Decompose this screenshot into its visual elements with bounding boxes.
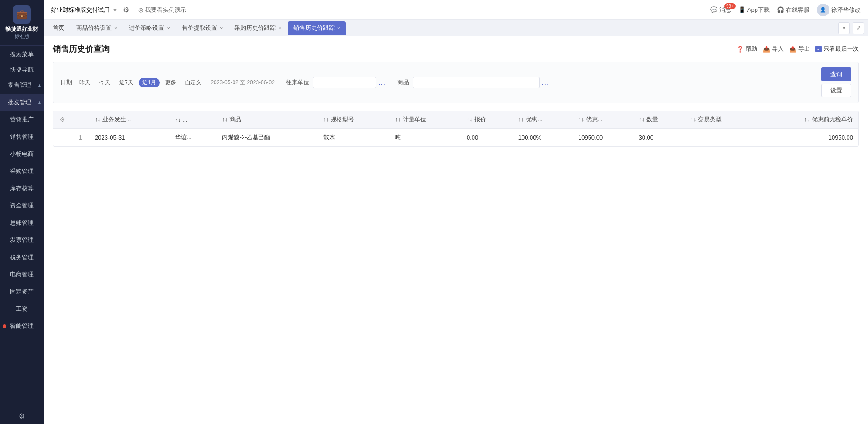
sidebar-item-fixed-assets[interactable]: 固定资产 — [0, 283, 44, 300]
row-product-cell: 丙烯酸-2-乙基己酯 — [216, 129, 317, 146]
import-link[interactable]: 📥 导入 — [763, 45, 784, 53]
tab-home[interactable]: 首页 — [47, 21, 70, 35]
col-trade-type[interactable]: ↑↓ 交易类型 — [685, 111, 756, 129]
topbar-settings-icon[interactable]: ⚙ — [123, 5, 129, 14]
tab-purchase-history[interactable]: 采购历史价跟踪 × — [229, 21, 287, 35]
sidebar-item-purchase[interactable]: 采购管理 — [0, 163, 44, 180]
tab-price-setting-close[interactable]: × — [114, 25, 117, 31]
import-icon: 📥 — [763, 46, 770, 53]
row-discount1-cell: 100.00% — [513, 129, 573, 146]
demo-icon: ◎ — [138, 6, 143, 13]
table-header-row: ⚙ ↑↓ 业务发生... ↑↓ ... — [53, 111, 858, 129]
tab-sale-price[interactable]: 售价提取设置 × — [176, 21, 228, 35]
row-biz-date-cell: 2023-05-31 — [89, 129, 170, 146]
sidebar-item-invoice[interactable]: 发票管理 — [0, 231, 44, 249]
col-extra[interactable]: ↑↓ ... — [170, 111, 217, 129]
tab-purchase-strategy[interactable]: 进价策略设置 × — [123, 21, 175, 35]
column-settings-icon[interactable]: ⚙ — [59, 116, 65, 123]
col-product[interactable]: ↑↓ 商品 — [216, 111, 317, 129]
page-actions: ❓ 帮助 📥 导入 📤 导出 只看最后一次 — [736, 45, 859, 53]
row-quantity-cell: 30.00 — [633, 129, 685, 146]
online-service-button[interactable]: 🎧 在线客服 — [777, 6, 809, 14]
sidebar: 💼 畅捷通好业财 标准版 搜索菜单 快捷导航 零售管理 ▲ 批发管理 ▲ 营销推… — [0, 0, 44, 424]
product-search-dots[interactable]: … — [541, 78, 550, 87]
sidebar-search[interactable]: 搜索菜单 — [0, 46, 44, 63]
sidebar-item-ecommerce[interactable]: 电商管理 — [0, 266, 44, 283]
sidebar-quick-nav[interactable]: 快捷导航 — [0, 63, 44, 77]
sidebar-item-payroll[interactable]: 工资 — [0, 300, 44, 318]
tab-price-setting[interactable]: 商品价格设置 × — [71, 21, 122, 35]
date-btn-yesterday[interactable]: 昨天 — [76, 78, 94, 87]
app-download-button[interactable]: 📱 App下载 — [738, 6, 770, 14]
tab-sale-history[interactable]: 销售历史价跟踪 × — [288, 21, 346, 35]
date-shortcuts: 昨天 今天 近7天 近1月 更多 自定义 — [76, 78, 205, 87]
date-btn-last7[interactable]: 近7天 — [116, 78, 137, 87]
date-btn-custom[interactable]: 自定义 — [181, 78, 205, 87]
demo-button[interactable]: ◎ 我要看实例演示 — [138, 6, 186, 14]
tab-sale-price-close[interactable]: × — [220, 25, 223, 31]
module-selector[interactable]: 好业财标准版交付试用 ▼ — [51, 6, 117, 14]
product-label: 商品 — [397, 78, 409, 87]
date-btn-last1m[interactable]: 近1月 — [139, 78, 160, 87]
sidebar-item-finance[interactable]: 资金管理 — [0, 197, 44, 214]
user-menu-button[interactable]: 👤 徐泽华修改 — [817, 4, 861, 16]
tab-maximize-button[interactable]: ⤢ — [853, 22, 864, 34]
partner-search-dots[interactable]: … — [378, 78, 386, 87]
topbar: 好业财标准版交付试用 ▼ ⚙ ◎ 我要看实例演示 💬 消息 99+ 📱 App下… — [44, 0, 868, 20]
only-last-checkbox-label[interactable]: 只看最后一次 — [815, 45, 859, 53]
sidebar-item-ecommerce-small[interactable]: 小畅电商 — [0, 145, 44, 163]
sidebar-item-retail[interactable]: 零售管理 ▲ — [0, 77, 44, 94]
sidebar-item-marketing[interactable]: 营销推广 — [0, 111, 44, 128]
sidebar-item-wholesale[interactable]: 批发管理 ▲ — [0, 94, 44, 111]
row-partner-cell: 华谊... — [170, 129, 217, 146]
col-price[interactable]: ↑↓ 报价 — [461, 111, 513, 129]
col-pretax-price[interactable]: ↑↓ 优惠前无税单价 — [756, 111, 858, 129]
only-last-checkbox[interactable] — [815, 46, 822, 52]
sidebar-item-smart[interactable]: 智能管理 — [0, 318, 44, 335]
table-row: 1 2023-05-31 华谊... 丙烯酸-2-乙基己酯 散水 吨 0.00 … — [53, 129, 858, 146]
module-arrow-icon: ▼ — [112, 7, 117, 13]
smart-dot-indicator — [3, 324, 6, 328]
settings-button[interactable]: 设置 — [821, 84, 851, 97]
messages-button[interactable]: 💬 消息 99+ — [710, 6, 731, 14]
app-icon: 💼 — [13, 5, 31, 24]
sidebar-bottom: ⚙ — [0, 408, 44, 424]
headset-icon: 🎧 — [777, 6, 784, 13]
col-discount2[interactable]: ↑↓ 优惠... — [573, 111, 634, 129]
tab-sale-history-close[interactable]: × — [337, 25, 340, 31]
sidebar-item-sales[interactable]: 销售管理 — [0, 128, 44, 145]
col-biz-date[interactable]: ↑↓ 业务发生... — [89, 111, 170, 129]
filter-actions: 查询 设置 — [821, 67, 851, 97]
date-btn-today[interactable]: 今天 — [96, 78, 114, 87]
col-settings: ⚙ — [53, 111, 71, 129]
settings-icon[interactable]: ⚙ — [19, 412, 25, 420]
row-trade-type-cell — [685, 129, 756, 146]
data-table: ⚙ ↑↓ 业务发生... ↑↓ ... — [53, 111, 858, 146]
sidebar-item-inventory[interactable]: 库存核算 — [0, 180, 44, 197]
query-button[interactable]: 查询 — [821, 67, 851, 81]
sidebar-item-general-ledger[interactable]: 总账管理 — [0, 214, 44, 231]
row-discount2-cell: 10950.00 — [573, 129, 634, 146]
row-spec-cell: 散水 — [318, 129, 390, 146]
col-quantity[interactable]: ↑↓ 数量 — [633, 111, 685, 129]
date-label: 日期 — [60, 78, 72, 87]
date-filter-group: 日期 昨天 今天 近7天 近1月 更多 自定义 2023-05-02 至 202… — [60, 78, 275, 87]
partner-input-group: … — [313, 77, 386, 88]
sidebar-item-tax[interactable]: 税务管理 — [0, 249, 44, 266]
product-input[interactable] — [413, 77, 540, 88]
partner-input[interactable] — [313, 77, 376, 88]
sidebar-logo: 💼 畅捷通好业财 标准版 — [0, 0, 44, 46]
product-filter-group: 商品 … — [397, 77, 550, 88]
col-spec[interactable]: ↑↓ 规格型号 — [318, 111, 390, 129]
tab-purchase-history-close[interactable]: × — [278, 25, 281, 31]
help-link[interactable]: ❓ 帮助 — [736, 45, 757, 53]
export-link[interactable]: 📤 导出 — [789, 45, 810, 53]
page-title: 销售历史价查询 — [53, 43, 110, 54]
tabs-right-controls: × ⤢ — [838, 22, 864, 34]
col-discount1[interactable]: ↑↓ 优惠... — [513, 111, 573, 129]
col-unit[interactable]: ↑↓ 计量单位 — [390, 111, 461, 129]
date-btn-more[interactable]: 更多 — [161, 78, 180, 87]
tab-purchase-strategy-close[interactable]: × — [167, 25, 170, 31]
row-num-cell: 1 — [71, 129, 89, 146]
tab-close-button[interactable]: × — [838, 22, 850, 34]
